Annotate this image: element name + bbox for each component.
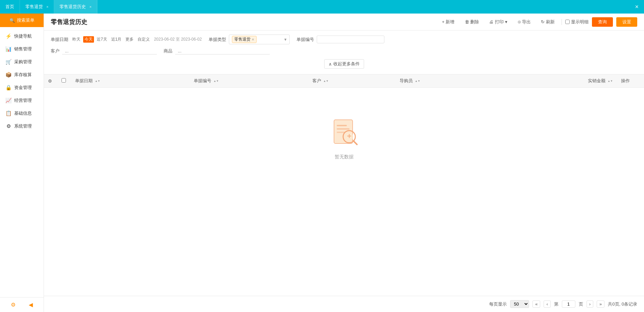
settings-button[interactable]: 设置 [616,17,637,27]
sidebar-item-inventory[interactable]: 📦 库存核算 [0,68,44,81]
query-button[interactable]: 查询 [592,17,613,27]
collapse-sidebar-icon[interactable]: ◀ [29,302,33,308]
new-button[interactable]: + 新增 [438,18,458,26]
customer-input[interactable] [62,48,157,54]
sales-icon: 📊 [5,46,11,52]
guide-sort-icon[interactable]: ▲▼ [415,80,420,83]
next-page-button[interactable]: › [587,300,593,308]
amount-sort-icon[interactable]: ▲▼ [607,80,613,83]
date-shortcut-yesterday[interactable]: 昨天 [71,36,82,43]
th-customer: 客户 ▲▼ [308,74,396,88]
sidebar-item-sales-mgmt[interactable]: 📊 销售管理 [0,43,44,55]
date-shortcut-7days[interactable]: 近7天 [95,36,109,43]
empty-state: 暂无数据 [44,88,644,187]
action-divider [562,19,562,25]
svg-rect-3 [337,132,345,133]
sidebar-bottom: ⚙ ◀ [0,297,44,312]
page-input[interactable] [562,300,575,308]
total-info: 共0页, 0条记录 [608,301,637,307]
page-suffix: 页 [579,301,583,307]
search-icon: 🔍 [9,18,15,23]
select-all-checkbox[interactable] [62,78,66,83]
print-button[interactable]: 🖨 打印 ▾ [486,18,511,26]
sidebar-item-basic-info[interactable]: 📋 基础信息 [0,107,44,120]
svg-rect-2 [337,128,350,130]
collapse-row: ∧ 收起更多条件 [51,58,637,70]
th-settings: ⚙ [44,74,57,88]
th-guide-label: 导购员 [400,78,413,83]
date-filter-label: 单据日期 [51,37,68,43]
doc-no-filter-group: 单据编号 [296,36,384,43]
doc-type-select[interactable]: 零售退货 × ▾ [229,35,290,44]
tab-retail-return-history[interactable]: 零售退货历史 × [54,0,97,14]
date-shortcut-1month[interactable]: 近1月 [110,36,123,43]
date-shortcut-today[interactable]: 今天 [83,36,94,43]
sidebar-item-quick-nav-label: 快捷导航 [14,33,32,39]
sidebar-item-operations-label: 经营管理 [14,97,32,104]
refresh-button[interactable]: ↻ 刷新 [538,18,558,26]
per-page-label: 每页显示 [489,301,507,307]
sidebar-item-inventory-label: 库存核算 [14,72,32,78]
empty-state-row: 暂无数据 [44,88,644,187]
doc-no-input[interactable] [317,36,384,43]
sidebar-item-operations[interactable]: 📈 经营管理 [0,94,44,107]
retail-return-history-tab-close[interactable]: × [89,5,91,9]
date-shortcuts: 昨天 今天 近7天 近1月 更多 自定义 [71,36,151,43]
table-header-row: ⚙ 单据日期 ▲▼ 单据编号 ▲▼ [44,74,644,88]
filter-row-1: 单据日期 昨天 今天 近7天 近1月 更多 自定义 2023-06-02 至 2… [51,35,637,44]
purchase-icon: 🛒 [5,59,11,65]
doc-type-chevron-icon: ▾ [284,37,287,42]
settings-column-icon[interactable]: ⚙ [48,79,52,84]
home-tab-label: 首页 [5,4,14,10]
empty-icon [327,115,361,149]
first-page-button[interactable]: « [532,300,540,308]
date-sort-icon[interactable]: ▲▼ [95,80,100,83]
show-detail-checkbox[interactable]: 显示明细 [565,19,589,25]
print-chevron-icon: ▾ [505,19,507,24]
retail-return-tab-label: 零售退货 [25,4,43,10]
sidebar-item-purchase-mgmt[interactable]: 🛒 采购管理 [0,55,44,68]
customer-filter-group: 客户 [51,48,157,54]
date-shortcut-more[interactable]: 更多 [124,36,135,43]
sidebar-item-quick-nav[interactable]: ⚡ 快捷导航 [0,30,44,43]
th-amount: 实销金额 ▲▼ [498,74,617,88]
tab-home[interactable]: 首页 [0,0,20,14]
system-icon: ⚙ [5,123,11,129]
th-guide: 导购员 ▲▼ [396,74,498,88]
table-area: ⚙ 单据日期 ▲▼ 单据编号 ▲▼ [44,74,644,296]
table-body: 暂无数据 [44,88,644,187]
svg-rect-1 [337,125,347,126]
filter-row-2: 客户 商品 [51,48,637,54]
sidebar-search[interactable]: 🔍 搜索菜单 [0,14,44,27]
prev-page-button[interactable]: ‹ [544,300,550,308]
show-detail-input[interactable] [565,20,570,24]
retail-return-tab-close[interactable]: × [46,5,48,9]
sidebar-item-finance-label: 资金管理 [14,85,32,91]
retail-return-history-tab-label: 零售退货历史 [59,4,86,10]
last-page-button[interactable]: » [597,300,604,308]
page-label: 第 [554,301,558,307]
doc-no-label: 单据编号 [296,37,314,43]
sidebar-item-finance[interactable]: 🔒 资金管理 [0,81,44,94]
th-actions-label: 操作 [621,78,630,83]
date-filter-group: 单据日期 昨天 今天 近7天 近1月 更多 自定义 2023-06-02 至 2… [51,36,202,43]
doc-no-sort-icon[interactable]: ▲▼ [213,80,219,83]
date-shortcut-custom[interactable]: 自定义 [136,36,151,43]
doc-type-tag-close[interactable]: × [252,37,254,42]
window-close-button[interactable]: × [635,3,639,10]
sidebar-item-system-mgmt[interactable]: ⚙ 系统管理 [0,120,44,133]
goods-input[interactable] [175,48,270,54]
delete-button[interactable]: 🗑 删除 [461,18,483,26]
top-bar: 首页 零售退货 × 零售退货历史 × × [0,0,644,14]
print-label: 🖨 打印 [489,19,504,25]
th-checkbox [57,74,71,88]
per-page-select[interactable]: 20 50 100 [510,300,529,308]
export-button[interactable]: ⊙ 导出 [514,18,534,26]
finance-icon: 🔒 [5,85,11,91]
customer-label: 客户 [51,48,59,54]
content-area: 零售退货历史 + 新增 🗑 删除 🖨 打印 ▾ ⊙ 导出 ↻ 刷新 显示明细 查… [44,14,644,312]
collapse-button[interactable]: ∧ 收起更多条件 [324,59,364,69]
tab-retail-return[interactable]: 零售退货 × [20,0,54,14]
customer-sort-icon[interactable]: ▲▼ [323,80,329,83]
settings-bottom-icon[interactable]: ⚙ [11,302,16,308]
